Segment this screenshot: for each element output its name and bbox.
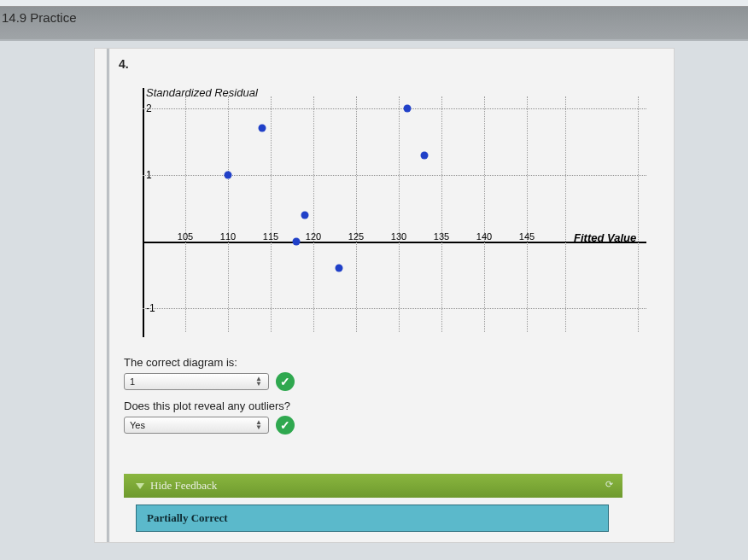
ytick-1: 1 <box>146 169 152 181</box>
check-icon: ✓ <box>276 416 295 435</box>
q2-select[interactable]: Yes ▲▼ <box>124 417 269 434</box>
data-point <box>259 125 266 132</box>
data-point <box>421 152 429 160</box>
data-point <box>225 172 232 179</box>
feedback-status: Partially Correct <box>136 505 609 532</box>
gridline-y2 <box>143 108 646 109</box>
xtick-115: 115 <box>263 231 278 242</box>
residual-scatter-chart: Standardized Residual 2 1 -1 105 110 115 <box>126 81 655 337</box>
gridline-x135 <box>441 96 442 332</box>
stepper-icon: ▲▼ <box>253 420 265 430</box>
gridline-x-extra <box>565 96 566 332</box>
q1-select[interactable]: 1 ▲▼ <box>124 373 269 390</box>
gridline-x115 <box>271 96 272 332</box>
xtick-130: 130 <box>391 231 406 242</box>
gridline-x140 <box>484 96 485 332</box>
stepper-icon: ▲▼ <box>253 376 265 387</box>
gridline-x110 <box>228 96 229 332</box>
xtick-145: 145 <box>519 231 535 242</box>
xtick-120: 120 <box>306 231 321 242</box>
q2-value: Yes <box>130 420 145 430</box>
question-panel: 4. Standardized Residual 2 1 -1 10 <box>94 48 675 543</box>
xtick-105: 105 <box>178 231 193 242</box>
data-point <box>301 212 309 219</box>
y-axis <box>143 88 144 337</box>
question-number: 4. <box>119 57 129 71</box>
data-point <box>404 105 412 113</box>
answers-block: The correct diagram is: 1 ▲▼ ✓ Does this… <box>124 356 657 443</box>
q1-value: 1 <box>130 376 135 387</box>
gridline-y-1 <box>143 308 646 309</box>
feedback-toggle[interactable]: Hide Feedback ⟳ <box>124 474 622 498</box>
check-icon: ✓ <box>276 372 295 391</box>
y-axis-label: Standardized Residual <box>146 86 258 99</box>
ytick-neg1: -1 <box>146 302 155 314</box>
window-top-bar <box>0 0 748 7</box>
gridline-x130 <box>399 96 400 332</box>
data-point <box>336 265 343 272</box>
gridline-x125 <box>356 96 357 332</box>
x-axis <box>143 242 646 243</box>
gridline-x105 <box>185 96 186 332</box>
gridline-y1 <box>143 175 646 176</box>
panel-rule <box>107 49 109 542</box>
q1-label: The correct diagram is: <box>124 356 657 369</box>
chevron-down-icon <box>136 483 144 489</box>
page-background: 4. Standardized Residual 2 1 -1 10 <box>0 39 748 560</box>
data-point <box>293 238 301 246</box>
gridline-x145 <box>527 96 528 332</box>
refresh-icon[interactable]: ⟳ <box>605 479 617 491</box>
feedback-toggle-label: Hide Feedback <box>150 479 217 493</box>
gridline-x-extra2 <box>638 96 639 332</box>
xtick-125: 125 <box>348 231 364 242</box>
xtick-110: 110 <box>220 231 236 242</box>
ytick-2: 2 <box>146 102 152 114</box>
section-label: 14.9 Practice <box>0 10 77 25</box>
x-axis-label: Fitted Value <box>574 231 636 244</box>
q2-label: Does this plot reveal any outliers? <box>124 400 657 412</box>
xtick-140: 140 <box>476 231 492 242</box>
feedback-status-text: Partially Correct <box>147 511 228 525</box>
gridline-x120 <box>313 96 314 332</box>
xtick-135: 135 <box>434 231 449 242</box>
